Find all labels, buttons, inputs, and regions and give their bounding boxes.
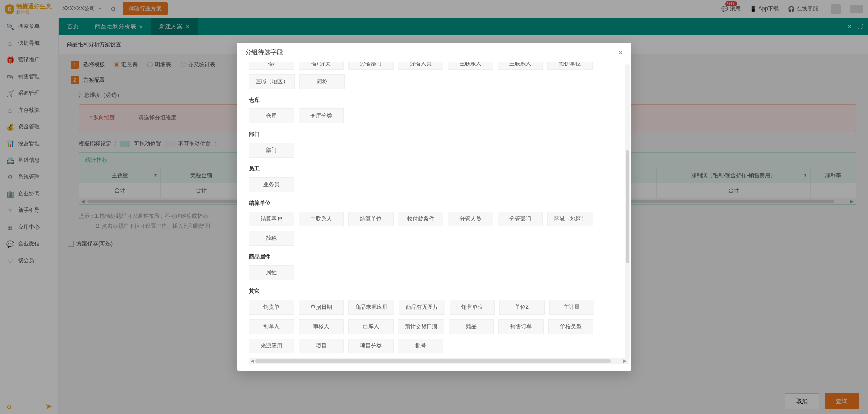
- field-option[interactable]: 主联系人: [498, 62, 543, 70]
- field-option[interactable]: 属性: [249, 265, 294, 280]
- field-group-title: 结算单位: [249, 199, 620, 207]
- field-option[interactable]: 结算单位: [348, 212, 394, 226]
- scroll-right-icon[interactable]: ▶: [622, 358, 628, 363]
- field-option[interactable]: 仓库: [249, 108, 294, 123]
- field-option[interactable]: 项目分类: [348, 339, 394, 353]
- field-option[interactable]: 仓库分类: [299, 108, 344, 123]
- field-option[interactable]: 简称: [299, 74, 345, 89]
- field-option[interactable]: 赠品: [449, 319, 494, 334]
- field-group-title: 部门: [249, 131, 620, 138]
- field-option[interactable]: 维护单位: [547, 62, 593, 70]
- scrollbar-thumb[interactable]: [255, 359, 611, 363]
- scroll-left-icon[interactable]: ◀: [250, 358, 255, 363]
- modal-vscrollbar[interactable]: [625, 64, 630, 360]
- field-option[interactable]: 预计交货日期: [398, 319, 444, 334]
- field-option[interactable]: 销售单位: [450, 300, 495, 315]
- field-option[interactable]: 项目: [299, 339, 344, 353]
- field-option[interactable]: 销售订单: [498, 319, 544, 334]
- field-option[interactable]: 商品来源应用: [348, 300, 394, 315]
- field-option[interactable]: 收付款条件: [398, 212, 443, 226]
- field-option[interactable]: 简称: [249, 231, 294, 246]
- field-option[interactable]: 部门: [249, 143, 294, 158]
- field-option[interactable]: 业务员: [249, 177, 294, 192]
- field-group-title: 商品属性: [249, 253, 620, 261]
- field-option[interactable]: 区域（地区）: [249, 74, 295, 89]
- field-option[interactable]: 价格类型: [548, 319, 593, 334]
- field-option[interactable]: 分省部门: [348, 62, 394, 70]
- field-group-title: 其它: [249, 287, 620, 295]
- field-option[interactable]: 结算客户: [249, 212, 294, 226]
- close-icon[interactable]: ✕: [618, 49, 623, 56]
- field-option[interactable]: 制单人: [249, 319, 294, 334]
- field-option[interactable]: 来源应用: [249, 339, 294, 353]
- field-option[interactable]: 商品有无图片: [399, 300, 445, 315]
- field-group-title: 仓库: [249, 96, 620, 104]
- modal-hscrollbar[interactable]: ◀ ▶: [249, 358, 629, 364]
- field-option[interactable]: 分省人员: [398, 62, 443, 70]
- field-option[interactable]: 出库人: [348, 319, 394, 334]
- field-option[interactable]: 分管人员: [448, 212, 493, 226]
- field-option[interactable]: 单据日期: [299, 300, 344, 315]
- field-option[interactable]: 主联系人: [448, 62, 493, 70]
- field-option[interactable]: 审核人: [299, 319, 344, 334]
- field-option[interactable]: 批号: [398, 339, 443, 353]
- field-option[interactable]: 销货单: [249, 300, 294, 315]
- field-option[interactable]: 主联系人: [299, 212, 344, 226]
- scrollbar-thumb[interactable]: [626, 150, 629, 263]
- field-option[interactable]: 省/: [249, 62, 294, 70]
- field-group-title: 员工: [249, 165, 620, 173]
- group-field-modal: 分组待选字段 ✕ 省/省/ 分类分省部门分省人员主联系人主联系人维护单位 区域（…: [237, 43, 631, 371]
- field-option[interactable]: 区域（地区）: [547, 212, 593, 226]
- modal-title: 分组待选字段: [245, 48, 283, 56]
- field-option[interactable]: 分管部门: [498, 212, 543, 226]
- field-option[interactable]: 省/ 分类: [299, 62, 344, 70]
- field-option[interactable]: 主计量: [549, 300, 594, 315]
- field-option[interactable]: 单位2: [499, 300, 545, 315]
